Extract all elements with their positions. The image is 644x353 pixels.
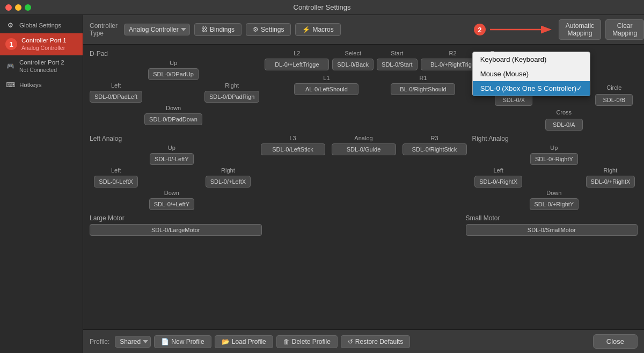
ra-down-button[interactable]: SDL-0/+RightY: [530, 198, 579, 210]
bindings-tab[interactable]: ⛓ Bindings: [194, 23, 241, 36]
large-motor-section: Large Motor SDL-0/LargeMotor: [90, 214, 262, 236]
r3-label: R3: [430, 135, 438, 141]
gear-icon: ⚙: [5, 20, 15, 30]
right-analog-title: Right Analog: [472, 135, 638, 142]
controller-type-select[interactable]: Analog Controller: [124, 24, 190, 35]
r2-label: R2: [449, 50, 457, 56]
cross-button[interactable]: SDL-0/A: [545, 119, 583, 131]
r1-label: R1: [419, 75, 427, 81]
la-up-button[interactable]: SDL-0/-LeftY: [150, 153, 194, 165]
ra-down-col: Down SDL-0/+RightY: [530, 190, 579, 210]
right-analog-section: Right Analog Up SDL-0/-RightY Left SDL-0…: [472, 135, 638, 210]
dropdown-item-keyboard[interactable]: Keyboard (Keyboard): [473, 52, 590, 67]
new-profile-button[interactable]: 📄 New Profile: [154, 335, 211, 348]
r1-col: R1 BL-0/RightShould: [391, 75, 455, 95]
l1-button[interactable]: AL-0/LeftShould: [294, 83, 358, 95]
dpad-down-col: Down SDL-0/DPadDown: [144, 105, 202, 125]
clear-mapping-button[interactable]: Clear Mapping: [605, 19, 644, 40]
sidebar-item-controller-port-2[interactable]: 🎮 Controller Port 2 Not Connected: [0, 55, 83, 77]
restore-defaults-button[interactable]: ↺ Restore Defaults: [341, 335, 410, 348]
ra-right-button[interactable]: SDL-0/+RightX: [586, 176, 635, 188]
ra-up-button[interactable]: SDL-0/-RightY: [530, 153, 578, 165]
analog-button[interactable]: SDL-0/Guide: [332, 143, 396, 155]
controller2-icon: 🎮: [5, 61, 15, 71]
minimize-button[interactable]: [15, 4, 21, 11]
la-down-label: Down: [164, 190, 179, 196]
l3-button[interactable]: SDL-0/LeftStick: [261, 143, 325, 155]
dropdown-checkmark-icon: ✓: [576, 84, 582, 92]
window-title: Controller Settings: [294, 3, 351, 11]
la-right-button[interactable]: SDL-0/+LeftX: [206, 176, 251, 188]
close-window-button[interactable]: [5, 4, 12, 11]
delete-profile-icon: 🗑: [283, 338, 290, 345]
footer: Profile: Shared 📄 New Profile 📂 Load Pro…: [83, 329, 644, 353]
dpad-left-button[interactable]: SDL-0/DPadLeft: [90, 91, 142, 103]
dpad-left-col: Left SDL-0/DPadLeft: [90, 82, 142, 103]
l3-label: L3: [289, 135, 296, 141]
analog-col: Analog SDL-0/Guide: [332, 135, 396, 155]
sidebar-hotkeys-label: Hotkeys: [19, 81, 42, 89]
sidebar-item-hotkeys[interactable]: ⌨ Hotkeys: [0, 77, 83, 93]
arrow-annotation: [490, 24, 554, 35]
circle-col: Circle SDL-0/B: [595, 84, 633, 106]
large-motor-title: Large Motor: [90, 214, 262, 222]
profile-label: Profile:: [90, 338, 109, 345]
auto-mapping-button[interactable]: Automatic Mapping: [559, 19, 601, 40]
dpad-up-button[interactable]: SDL-0/DPadUp: [148, 68, 199, 80]
la-down-button[interactable]: SDL-0/+LeftY: [149, 198, 194, 210]
sidebar-item-controller-port-1[interactable]: 1 Controller Port 1 Analog Controller: [0, 33, 83, 55]
circle-label: Circle: [606, 84, 621, 91]
settings-icon: ⚙: [253, 26, 259, 33]
close-button[interactable]: Close: [593, 334, 638, 349]
ra-left-label: Left: [493, 167, 503, 174]
motors-row: Large Motor SDL-0/LargeMotor Small Motor…: [90, 214, 638, 236]
small-motor-button[interactable]: SDL-0/SmallMotor: [466, 224, 638, 236]
left-analog-grid: Up SDL-0/-LeftY Left SDL-0/-LeftX Right …: [90, 145, 255, 210]
l3-col: L3 SDL-0/LeftStick: [261, 135, 325, 155]
dropdown-menu: Keyboard (Keyboard) Mouse (Mouse) SDL-0 …: [472, 52, 590, 96]
restore-icon: ↺: [348, 338, 353, 345]
dropdown-item-mouse[interactable]: Mouse (Mouse): [473, 67, 590, 81]
titlebar-buttons: [5, 4, 31, 11]
large-motor-button[interactable]: SDL-0/LargeMotor: [90, 224, 262, 236]
start-button[interactable]: SDL-0/Start: [377, 59, 417, 70]
dpad-right-button[interactable]: SDL-0/DPadRigh: [204, 91, 259, 103]
cross-col: Cross SDL-0/A: [545, 109, 583, 131]
sidebar-item-global-settings[interactable]: ⚙ Global Settings: [0, 17, 83, 33]
profile-select[interactable]: Shared: [115, 336, 151, 348]
select-button[interactable]: SDL-0/Back: [332, 59, 374, 70]
load-profile-button[interactable]: 📂 Load Profile: [215, 335, 273, 348]
bindings-label: Bindings: [210, 26, 235, 33]
load-profile-icon: 📂: [222, 338, 230, 345]
middle-triggers-section: L2 DL-0/+LeftTrigge Select SDL-0/Back St…: [265, 50, 485, 95]
delete-profile-button[interactable]: 🗑 Delete Profile: [276, 335, 338, 348]
titlebar: Controller Settings: [0, 0, 644, 15]
r1-button[interactable]: BL-0/RightShould: [391, 83, 455, 95]
settings-tab[interactable]: ⚙ Settings: [246, 23, 291, 36]
dropdown-item-sdl0[interactable]: SDL-0 (Xbox One S Controller) ✓: [473, 81, 590, 96]
controller-type-label: Controller Type: [90, 22, 118, 37]
r3-button[interactable]: SDL-0/RightStick: [402, 143, 467, 155]
dpad-right-label: Right: [225, 82, 239, 89]
arrow-svg: [490, 24, 554, 35]
analog-label: Analog: [354, 135, 372, 141]
ra-left-button[interactable]: SDL-0/-RightX: [474, 176, 522, 188]
select-label: Select: [345, 50, 361, 56]
dpad-down-button[interactable]: SDL-0/DPadDown: [144, 113, 202, 125]
dpad-down-label: Down: [166, 105, 181, 111]
maximize-button[interactable]: [25, 4, 31, 11]
l2-button[interactable]: DL-0/+LeftTrigge: [265, 59, 329, 70]
la-right-col: Right SDL-0/+LeftX: [206, 167, 251, 188]
delete-profile-label: Delete Profile: [292, 338, 331, 345]
dpad-right-col: Right SDL-0/DPadRigh: [204, 82, 259, 103]
left-analog-section: Left Analog Up SDL-0/-LeftY Left SDL-0/-…: [90, 135, 255, 210]
select-col: Select SDL-0/Back: [332, 50, 374, 70]
dpad-section: D-Pad Up SDL-0/DPadUp Left SDL-0/DPadLef…: [90, 50, 259, 125]
la-left-button[interactable]: SDL-0/-LeftX: [94, 176, 138, 188]
start-col: Start SDL-0/Start: [377, 50, 417, 70]
circle-button[interactable]: SDL-0/B: [595, 94, 633, 106]
triggers-row: L2 DL-0/+LeftTrigge Select SDL-0/Back St…: [265, 50, 485, 70]
sidebar-global-label: Global Settings: [19, 21, 61, 30]
macros-tab[interactable]: ⚡ Macros: [295, 23, 340, 36]
new-profile-label: New Profile: [171, 338, 204, 345]
